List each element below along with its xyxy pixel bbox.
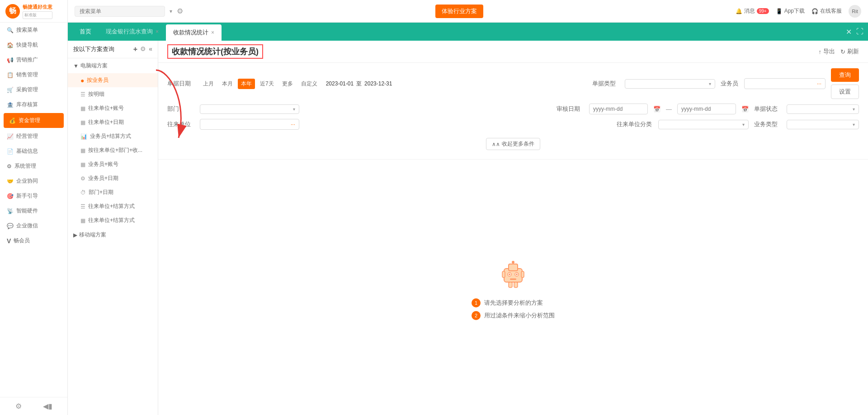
filter-row-dept: 部门 ▾ 审核日期 📅 — 📅 单据状态 [167,104,859,114]
scheme-item-dept-date[interactable]: ⏱ 部门+日期 [68,185,158,199]
partner-select[interactable]: ··· [200,119,299,130]
collapse-sidebar-icon[interactable]: ◀▮ [43,402,52,410]
sales-icon: 📋 [7,72,14,78]
sidebar-item-hardware[interactable]: 📡 智能硬件 [0,203,67,218]
dept-select[interactable]: ▾ [200,104,299,114]
query-button[interactable]: 查询 [831,68,859,82]
svg-rect-8 [502,271,505,278]
date-btn-custom[interactable]: 自定义 [298,79,321,89]
scheme-group-desktop-title[interactable]: ▼ 电脑端方案 [68,58,158,73]
salesperson-more-icon[interactable]: ··· [817,80,821,87]
gear-icon[interactable]: ⚙ [177,7,183,15]
salesperson-select[interactable]: ··· [744,78,826,89]
partner-dept-icon: ▦ [80,147,85,154]
user-avatar[interactable]: Rit [849,5,861,18]
scheme-item-salesperson-settle[interactable]: 📊 业务员+结算方式 [68,129,158,143]
sidebar-item-marketing[interactable]: 📢 营销推广 [0,52,67,67]
trial-button[interactable]: 体验行业方案 [435,5,483,18]
main-content: ▾ ⚙ 体验行业方案 🔔 消息 99+ 📱 App下载 🎧 在线客服 [68,0,868,415]
settings-footer-icon[interactable]: ⚙ [15,402,22,410]
tab-collection[interactable]: 收款情况统计 × [166,24,222,41]
messages-btn[interactable]: 🔔 消息 99+ [736,7,769,15]
filter-footer: ∧∧ 收起更多条件 [167,134,859,154]
maximize-icon[interactable]: ⛶ [856,28,863,36]
logo-text: 畅捷通好生意 标准版 [23,4,52,19]
scheme-settings-icon[interactable]: ⚙ [140,45,146,53]
tab-bar: 首页 现金银行流水查询 × 收款情况统计 × ✕ ⛶ [68,23,868,41]
date-btn-last-month[interactable]: 上月 [200,79,217,89]
date-btn-more[interactable]: 更多 [279,79,296,89]
online-service-btn[interactable]: 🎧 在线客服 [811,7,842,15]
svg-rect-9 [521,271,524,278]
sidebar-item-quicknav[interactable]: 🏠 快捷导航 [0,38,67,52]
scheme-item-partner-settle2[interactable]: ▦ 往来单位+结算方式 [68,213,158,227]
empty-content: 1 请先选择要分析的方案 2 用过滤条件来缩小分析范围 [472,255,555,320]
tab-close-collection[interactable]: × [211,29,214,36]
topbar-actions: 🔔 消息 99+ 📱 App下载 🎧 在线客服 Rit [736,5,861,18]
right-content: 收款情况统计(按业务员) ↑ 导出 ↻ 刷新 [158,41,868,415]
app-download-btn[interactable]: 📱 App下载 [776,7,805,15]
collapse-filter-btn[interactable]: ∧∧ 收起更多条件 [486,138,540,150]
calendar-to-icon[interactable]: 📅 [741,106,749,113]
tab-home[interactable]: 首页 [72,23,99,41]
close-window-icon[interactable]: ✕ [846,28,852,36]
review-date-from[interactable] [589,104,648,114]
action-buttons: 查询 设置 [831,68,859,99]
logo-area: 畅 畅捷通好生意 标准版 [0,0,67,23]
scheme-group-desktop: ▼ 电脑端方案 ● 按业务员 ☰ 按明细 ▦ 往来单位+账号 [68,58,158,227]
tab-bar-right: ✕ ⛶ [846,28,863,36]
sidebar-item-inventory[interactable]: 🏦 库存核算 [0,97,67,112]
sidebar-item-system[interactable]: ⚙ 系统管理 [0,159,67,174]
scheme-item-salesperson[interactable]: ● 按业务员 [68,73,158,87]
partner-category-select[interactable]: ▾ [658,120,749,129]
review-date-to[interactable] [677,104,736,114]
business-type-select[interactable]: ▾ [787,120,859,129]
home-icon: 🏠 [7,42,14,48]
sidebar-item-basic[interactable]: 📄 基础信息 [0,144,67,159]
scheme-item-salesperson-date[interactable]: ⚙ 业务员+日期 [68,171,158,185]
scheme-item-partner-dept[interactable]: ▦ 按往来单位+部门+收... [68,143,158,157]
user-label: Rit [852,9,858,14]
download-icon: 📱 [776,8,783,14]
sidebar-item-guide[interactable]: 🎯 新手引导 [0,189,67,203]
scheme-item-partner-date[interactable]: ▦ 往来单位+日期 [68,115,158,129]
scheme-item-partner-account[interactable]: ▦ 往来单位+账号 [68,101,158,115]
inventory-icon: 🏦 [7,102,14,108]
sidebar-item-wechat[interactable]: 💬 企业微信 [0,218,67,233]
date-btn-7days[interactable]: 近7天 [257,79,277,89]
svg-point-5 [509,274,510,275]
scheme-item-salesperson-account[interactable]: ▦ 业务员+账号 [68,157,158,171]
svg-rect-7 [510,278,516,280]
sidebar-item-enterprise[interactable]: 🤝 企业协同 [0,174,67,189]
refresh-btn[interactable]: ↻ 刷新 [840,47,859,56]
date-btn-this-month[interactable]: 本月 [219,79,236,89]
panel-header-icons: + ⚙ « [133,45,152,53]
sidebar-item-sales[interactable]: 📋 销售管理 [0,67,67,82]
sidebar-item-search[interactable]: 🔍 搜索菜单 [0,23,67,38]
search-input[interactable] [75,6,165,17]
calendar-from-icon[interactable]: 📅 [653,106,660,113]
add-scheme-icon[interactable]: + [133,45,137,53]
sidebar-item-operation[interactable]: 📈 经营管理 [0,129,67,144]
enterprise-icon: 🤝 [7,178,14,184]
sidebar-item-member[interactable]: V 畅会员 [0,233,67,248]
partner-more-icon[interactable]: ··· [291,121,295,127]
scheme-item-detail[interactable]: ☰ 按明细 [68,87,158,101]
sidebar-item-purchase[interactable]: 🛒 采购管理 [0,82,67,97]
filter-area: 单据日期 上月 本月 本年 近7天 更多 自定义 2023-01-01 至 [158,63,868,160]
empty-area: 1 请先选择要分析的方案 2 用过滤条件来缩小分析范围 [158,160,868,415]
collapse-panel-icon[interactable]: « [149,45,152,53]
export-btn[interactable]: ↑ 导出 [819,47,835,56]
tab-close-bank[interactable]: × [156,28,159,35]
sidebar-item-finance[interactable]: 💰 资金管理 [4,113,64,128]
tab-bank-flow[interactable]: 现金银行流水查询 × [99,23,166,41]
doc-type-select[interactable]: ▾ [625,79,715,89]
doc-status-select[interactable]: ▾ [787,104,859,114]
dropdown-icon[interactable]: ▾ [170,8,172,14]
date-label: 单据日期 [167,80,194,88]
page-actions: ↑ 导出 ↻ 刷新 [819,47,859,56]
settings-button[interactable]: 设置 [831,85,859,99]
date-btn-this-year[interactable]: 本年 [238,79,255,89]
scheme-item-partner-settle1[interactable]: ☰ 往来单位+结算方式 [68,199,158,213]
scheme-group-mobile-title[interactable]: ▶ 移动端方案 [68,227,158,242]
